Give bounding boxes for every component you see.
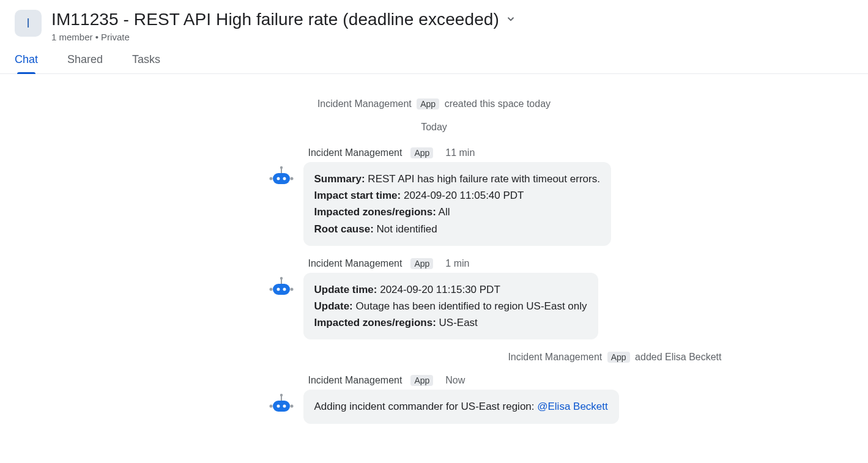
member-added-line: Incident Management App added Elisa Beck…: [135, 352, 734, 363]
message-row: Incident Management App 1 min Update tim…: [135, 258, 734, 340]
field-label: Impacted zones/regions:: [314, 206, 436, 218]
svg-point-20: [290, 405, 293, 408]
svg-point-18: [283, 405, 286, 408]
field-label: Impact start time:: [314, 190, 401, 201]
svg-point-16: [280, 394, 282, 396]
app-chip: App: [417, 98, 439, 109]
field-label: Summary:: [314, 173, 365, 185]
message-header: Incident Management App 11 min: [308, 147, 722, 158]
message-timestamp: 1 min: [445, 258, 469, 269]
system-suffix: added Elisa Beckett: [635, 352, 721, 362]
bot-avatar: [269, 393, 294, 416]
field-label: Update:: [314, 300, 353, 312]
bot-icon: [269, 166, 294, 187]
message-bubble: Adding incident commander for US-East re…: [303, 390, 619, 423]
field-value: REST API has high failure rate with time…: [365, 173, 600, 185]
svg-point-12: [269, 287, 272, 291]
field-value: All: [436, 206, 450, 218]
svg-point-13: [290, 287, 293, 291]
system-author: Incident Management: [317, 98, 412, 109]
message-timestamp: 11 min: [445, 147, 475, 158]
field-value: 2024-09-20 11:05:40 PDT: [401, 190, 524, 201]
svg-point-4: [283, 177, 286, 180]
space-subtitle: 1 member • Private: [51, 32, 516, 42]
svg-point-6: [290, 177, 293, 180]
message-text: Adding incident commander for US-East re…: [314, 401, 538, 412]
message-row: Incident Management App 11 min Summary: …: [135, 147, 734, 246]
message-author: Incident Management: [308, 147, 402, 158]
svg-point-5: [269, 177, 272, 180]
bot-icon: [269, 276, 294, 297]
tab-shared[interactable]: Shared: [67, 53, 103, 73]
chat-area: Incident Management App created this spa…: [0, 74, 868, 461]
message-row: Incident Management App Now Adding incid…: [135, 375, 734, 423]
chevron-down-icon[interactable]: [505, 13, 516, 26]
app-chip: App: [410, 258, 433, 269]
field-label: Update time:: [314, 284, 377, 295]
svg-rect-14: [273, 401, 290, 412]
field-value: Outage has been identified to region US-…: [353, 300, 587, 312]
message-header: Incident Management App 1 min: [308, 258, 722, 269]
svg-point-3: [276, 177, 280, 180]
svg-point-2: [280, 166, 282, 169]
tabs-bar: Chat Shared Tasks: [0, 42, 868, 74]
app-chip: App: [410, 375, 433, 386]
message-bubble: Update time: 2024-09-20 11:15:30 PDT Upd…: [303, 273, 598, 340]
system-suffix: created this space today: [445, 98, 551, 109]
field-value: Not identified: [374, 223, 437, 235]
message-bubble: Summary: REST API has high failure rate …: [303, 162, 611, 246]
svg-point-19: [269, 405, 272, 408]
bot-avatar: [269, 276, 294, 299]
svg-rect-0: [273, 173, 290, 184]
svg-point-10: [276, 287, 280, 291]
space-header: I IM11235 - REST API High failure rate (…: [0, 0, 868, 42]
field-value: US-East: [436, 317, 478, 328]
field-label: Root cause:: [314, 223, 374, 235]
message-author: Incident Management: [308, 258, 402, 269]
space-title-row[interactable]: IM11235 - REST API High failure rate (de…: [51, 10, 516, 29]
app-chip: App: [410, 147, 433, 158]
space-title: IM11235 - REST API High failure rate (de…: [51, 10, 499, 29]
bot-avatar: [269, 166, 294, 188]
field-value: 2024-09-20 11:15:30 PDT: [377, 284, 500, 295]
space-avatar[interactable]: I: [15, 10, 42, 37]
svg-rect-7: [273, 284, 290, 295]
svg-point-11: [283, 287, 286, 291]
date-divider: Today: [12, 122, 856, 133]
message-author: Incident Management: [308, 375, 402, 386]
system-author: Incident Management: [508, 352, 602, 362]
creation-system-line: Incident Management App created this spa…: [12, 98, 856, 109]
app-chip: App: [607, 352, 630, 363]
svg-point-17: [276, 405, 280, 408]
user-mention[interactable]: @Elisa Beckett: [537, 401, 608, 412]
field-label: Impacted zones/regions:: [314, 317, 436, 328]
space-avatar-letter: I: [26, 15, 30, 31]
bot-icon: [269, 393, 294, 414]
svg-point-9: [280, 277, 282, 280]
tab-chat[interactable]: Chat: [15, 53, 38, 73]
message-timestamp: Now: [445, 375, 465, 386]
message-header: Incident Management App Now: [308, 375, 722, 386]
tab-tasks[interactable]: Tasks: [132, 53, 160, 73]
